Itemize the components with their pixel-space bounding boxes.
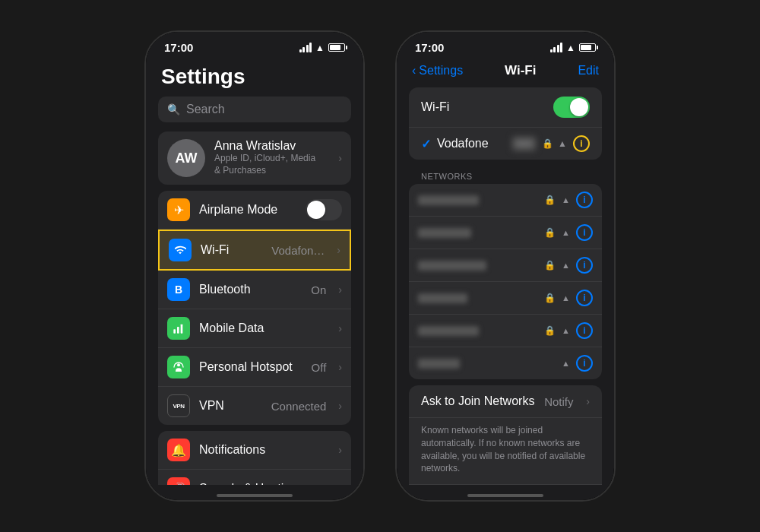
connectivity-group: ✈ Airplane Mode Wi-Fi [158, 191, 351, 425]
wifi-screen: 17:00 ▲ ‹ Settings Wi-Fi Edit [397, 32, 614, 500]
hotspot-value: Off [312, 361, 327, 374]
network-row-5[interactable]: 🔒 ▲ i [409, 315, 602, 347]
search-icon: 🔍 [167, 103, 180, 116]
right-phone: 17:00 ▲ ‹ Settings Wi-Fi Edit [395, 30, 616, 502]
sounds-row[interactable]: 🔊 Sounds & Haptics › [158, 470, 351, 485]
signal-bar-2 [302, 47, 305, 52]
avatar: AW [167, 139, 205, 177]
notifications-row[interactable]: 🔔 Notifications › [158, 431, 351, 470]
wifi-row[interactable]: Wi-Fi Vodafon… › [158, 230, 351, 271]
personal-hotspot-row[interactable]: Personal Hotspot Off › [158, 348, 351, 387]
network-name-blurred-6 [418, 359, 460, 369]
battery-icon-right [579, 43, 596, 52]
info-button-3[interactable]: i [576, 257, 593, 274]
connected-network-row[interactable]: ✓ Vodafone •••• 🔒 ▲ i [409, 128, 602, 160]
notifications-label: Notifications [199, 443, 326, 457]
wifi-icon-6: ▲ [562, 359, 570, 368]
ask-to-join-row[interactable]: Ask to Join Networks Notify › [409, 385, 602, 418]
sounds-chevron: › [338, 483, 342, 485]
network-name-blurred-3 [418, 261, 486, 271]
vpn-chevron: › [338, 400, 342, 412]
edit-button[interactable]: Edit [578, 64, 599, 78]
sounds-label: Sounds & Haptics [199, 482, 326, 485]
airplane-mode-toggle[interactable] [306, 199, 342, 220]
back-chevron-icon: ‹ [412, 64, 416, 78]
right-signal-bar-2 [553, 47, 556, 52]
wifi-icon-1: ▲ [562, 195, 570, 204]
signal-bars-left [299, 43, 312, 52]
wifi-content: Wi-Fi ✓ Vodafone •••• 🔒 ▲ i NETWORKS [397, 84, 614, 485]
wifi-value: Vodafon… [271, 244, 325, 257]
vpn-value: Connected [271, 400, 327, 413]
networks-list: 🔒 ▲ i 🔒 ▲ i 🔒 ▲ i [409, 184, 602, 379]
mobile-data-row[interactable]: Mobile Data › [158, 309, 351, 348]
info-button-highlighted[interactable]: i [573, 135, 590, 152]
svg-rect-0 [173, 329, 176, 333]
user-subtitle: Apple ID, iCloud+, Media& Purchases [214, 153, 326, 176]
ask-to-join-value: Notify [544, 395, 573, 408]
network-name-blurred-5 [418, 326, 479, 336]
wifi-icon-setting [169, 239, 192, 261]
wifi-toggle-label: Wi-Fi [421, 100, 449, 114]
wifi-toggle-knob [570, 98, 588, 116]
bluetooth-icon: B [167, 278, 190, 301]
user-profile-row[interactable]: AW Anna Wratislav Apple ID, iCloud+, Med… [158, 131, 351, 185]
airplane-toggle-knob [307, 201, 325, 219]
wifi-status-icon-right: ▲ [566, 43, 575, 53]
status-bar-right: 17:00 ▲ [397, 32, 614, 59]
network-row-2[interactable]: 🔒 ▲ i [409, 217, 602, 249]
user-name: Anna Wratislav [214, 139, 326, 153]
wifi-screen-title: Wi-Fi [505, 63, 536, 78]
info-button-2[interactable]: i [576, 224, 593, 241]
user-group: AW Anna Wratislav Apple ID, iCloud+, Med… [158, 131, 351, 185]
lock-icon-3: 🔒 [544, 260, 556, 271]
network-row-1[interactable]: 🔒 ▲ i [409, 184, 602, 217]
info-button-5[interactable]: i [576, 322, 593, 339]
signal-bars-right [550, 43, 563, 52]
network-name-blurred-4 [418, 293, 467, 303]
vpn-row[interactable]: VPN VPN Connected › [158, 387, 351, 425]
info-button-4[interactable]: i [576, 290, 593, 306]
back-button[interactable]: ‹ Settings [412, 64, 463, 78]
home-bar-right [467, 494, 543, 497]
home-indicator-right [397, 485, 614, 500]
sounds-icon: 🔊 [167, 477, 190, 485]
bluetooth-row[interactable]: B Bluetooth On › [158, 271, 351, 309]
wifi-toggle-switch[interactable] [553, 97, 590, 118]
network-name-blurred-1 [418, 195, 479, 205]
airplane-mode-row[interactable]: ✈ Airplane Mode [158, 191, 351, 230]
hotspot-chevron: › [338, 361, 342, 373]
lock-icon-1: 🔒 [544, 195, 556, 205]
back-label: Settings [419, 64, 463, 78]
settings-content: Settings 🔍 Search AW Anna Wratislav Appl… [146, 59, 363, 485]
ask-to-join-label: Ask to Join Networks [421, 394, 534, 408]
info-button-6[interactable]: i [576, 355, 593, 372]
signal-bar-3 [306, 45, 309, 52]
status-time-right: 17:00 [415, 41, 444, 54]
notifications-chevron: › [338, 444, 342, 456]
vpn-label: VPN [199, 399, 262, 413]
network-row-6[interactable]: ▲ i [409, 347, 602, 379]
left-phone: 17:00 ▲ Settings 🔍 Search [144, 30, 365, 502]
mobile-data-icon [167, 317, 190, 340]
wifi-status-icon: ▲ [315, 43, 325, 53]
status-bar-left: 17:00 ▲ [146, 32, 363, 59]
search-bar[interactable]: 🔍 Search [158, 97, 351, 122]
bluetooth-value: On [311, 283, 326, 296]
wifi-icon-2: ▲ [562, 228, 570, 237]
bluetooth-label: Bluetooth [199, 283, 302, 296]
battery-fill-left [330, 45, 340, 50]
notifications-icon: 🔔 [167, 439, 190, 461]
search-placeholder: Search [186, 103, 225, 116]
wifi-icon-3: ▲ [562, 261, 570, 270]
signal-bar-4 [309, 43, 312, 52]
hotspot-icon [167, 356, 190, 378]
right-signal-bar-4 [560, 43, 562, 52]
battery-fill-right [581, 45, 591, 50]
status-time-left: 17:00 [164, 41, 193, 54]
info-button-1[interactable]: i [576, 192, 593, 208]
home-bar-left [217, 494, 293, 497]
network-row-4[interactable]: 🔒 ▲ i [409, 282, 602, 315]
network-row-3[interactable]: 🔒 ▲ i [409, 249, 602, 282]
lock-icon-2: 🔒 [544, 227, 556, 238]
